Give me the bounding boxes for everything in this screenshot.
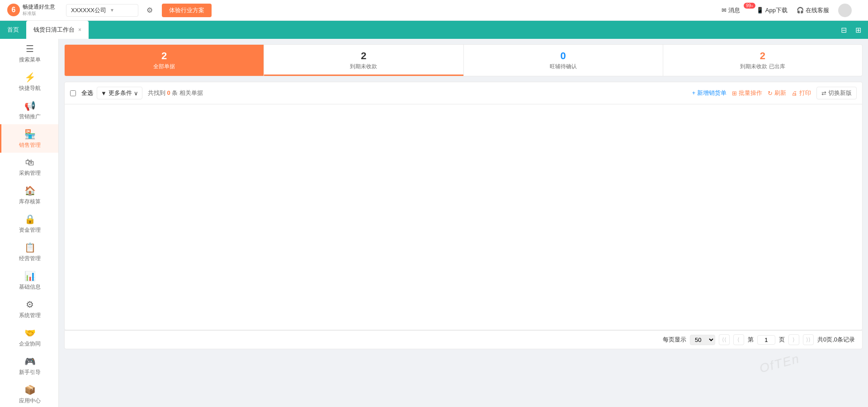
- online-service-button[interactable]: 🎧 在线客服: [797, 6, 829, 14]
- filter-dropdown-icon: ∨: [134, 90, 138, 97]
- found-text: 共找到 0 条 相关单据: [148, 89, 203, 97]
- company-dropdown-icon: ▼: [110, 8, 114, 13]
- page-next-button[interactable]: ⟩: [788, 334, 799, 345]
- stats-label-pending: 旺辅待确认: [550, 63, 577, 70]
- page-unit: 页: [779, 336, 785, 344]
- select-all-checkbox[interactable]: [70, 90, 76, 96]
- top-header: 6 畅捷通好生意 标准版 XXXXXX公司 ▼ ⚙ 体验行业方案 ✉ 消息 99…: [0, 0, 868, 21]
- sidebar-item-sales[interactable]: 🏪 销售管理: [0, 124, 58, 153]
- sidebar-item-search-menu[interactable]: ☰ 搜索菜单: [0, 39, 58, 67]
- system-icon: ⚙: [26, 299, 34, 310]
- stats-num-overdue-shipped: 2: [760, 50, 765, 62]
- purchase-icon: 🛍: [25, 157, 34, 168]
- company-selector[interactable]: XXXXXX公司 ▼: [66, 4, 138, 17]
- marketing-icon: 📢: [24, 100, 36, 111]
- sidebar-label-sales: 销售管理: [19, 141, 41, 149]
- sidebar-label-inventory: 库存核算: [19, 198, 41, 206]
- stats-tab-all[interactable]: 2 全部单据: [65, 45, 264, 76]
- home-tab-label: 首页: [7, 26, 19, 34]
- sidebar-item-app-center[interactable]: 📦 应用中心: [0, 380, 58, 407]
- print-icon: 🖨: [792, 90, 797, 97]
- found-num: 0: [167, 89, 170, 96]
- tab-bar-right: ⊟ ⊞: [838, 24, 868, 35]
- tab-minimize-button[interactable]: ⊟: [838, 24, 849, 35]
- main-layout: ☰ 搜索菜单 ⚡ 快捷导航 📢 营销推广 🏪 销售管理 🛍 采购管理 🏠 库存核…: [0, 39, 868, 407]
- sidebar-item-guide[interactable]: 🎮 新手引导: [0, 351, 58, 380]
- sidebar-item-cooperation[interactable]: 🤝 企业协同: [0, 323, 58, 351]
- empty-placeholder: [65, 104, 862, 308]
- work-station-tab-label: 钱货日清工作台: [33, 26, 75, 34]
- stats-label-all: 全部单据: [153, 63, 175, 70]
- tab-work-station[interactable]: 钱货日清工作台 ×: [26, 21, 89, 39]
- pagination: 每页显示 20 50 100 ⟨⟨ ⟨ 第 页 ⟩ ⟩⟩ 共0页,0条记录: [64, 330, 863, 349]
- sidebar: ☰ 搜索菜单 ⚡ 快捷导航 📢 营销推广 🏪 销售管理 🛍 采购管理 🏠 库存核…: [0, 39, 59, 407]
- stats-num-pending: 0: [561, 50, 566, 62]
- content-area: 2 全部单据 2 到期未收款 0 旺辅待确认 2 到期未收款 已出库 全选 ▼: [59, 39, 868, 407]
- phone-icon: 📱: [756, 7, 764, 14]
- settings-button[interactable]: ⚙: [143, 4, 156, 17]
- guide-icon: 🎮: [24, 356, 36, 367]
- page-number-input[interactable]: [757, 335, 775, 345]
- page-size-select[interactable]: 20 50 100: [690, 335, 715, 345]
- page-label: 第: [748, 336, 754, 344]
- switch-version-button[interactable]: ⇄ 切换新版: [816, 87, 857, 99]
- stats-tab-overdue-shipped[interactable]: 2 到期未收款 已出库: [663, 45, 862, 76]
- stats-tabs: 2 全部单据 2 到期未收款 0 旺辅待确认 2 到期未收款 已出库: [64, 44, 863, 76]
- quick-nav-icon: ⚡: [24, 72, 36, 83]
- experience-button[interactable]: 体验行业方案: [162, 4, 212, 17]
- message-icon: ✉: [722, 7, 726, 14]
- filter-icon: ▼: [101, 90, 107, 97]
- sidebar-label-operation: 经营管理: [19, 255, 41, 262]
- page-size-label: 每页显示: [663, 336, 686, 344]
- sidebar-item-inventory[interactable]: 🏠 库存核算: [0, 181, 58, 209]
- stats-num-all: 2: [161, 50, 167, 62]
- page-last-button[interactable]: ⟩⟩: [803, 334, 814, 345]
- switch-icon: ⇄: [821, 90, 826, 97]
- page-prev-button[interactable]: ⟨: [733, 334, 744, 345]
- sidebar-label-basic-info: 基础信息: [19, 283, 41, 291]
- stats-tab-pending[interactable]: 0 旺辅待确认: [464, 45, 663, 76]
- sidebar-item-basic-info[interactable]: 📊 基础信息: [0, 266, 58, 295]
- sidebar-item-finance[interactable]: 🔒 资金管理: [0, 209, 58, 238]
- refresh-button[interactable]: ↻ 刷新: [768, 89, 786, 97]
- stats-num-overdue: 2: [361, 50, 366, 62]
- sidebar-item-purchase[interactable]: 🛍 采购管理: [0, 153, 58, 181]
- sidebar-label-search-menu: 搜索菜单: [19, 56, 41, 64]
- search-menu-icon: ☰: [26, 43, 34, 54]
- header-right: ✉ 消息 99+ 📱 App下载 🎧 在线客服: [722, 4, 861, 17]
- headset-icon: 🎧: [797, 7, 804, 14]
- tab-bar: 首页 钱货日清工作台 × ⊟ ⊞: [0, 21, 868, 39]
- sidebar-item-quick-nav[interactable]: ⚡ 快捷导航: [0, 67, 58, 96]
- cooperation-icon: 🤝: [24, 327, 36, 338]
- toolbar-right: + 新增销货单 ⊞ 批量操作 ↻ 刷新 🖨 打印 ⇄ 切换新版: [692, 87, 857, 99]
- basic-info-icon: 📊: [24, 271, 36, 281]
- sidebar-item-system[interactable]: ⚙ 系统管理: [0, 295, 58, 323]
- sidebar-item-marketing[interactable]: 📢 营销推广: [0, 96, 58, 124]
- app-subtitle: 标准版: [23, 10, 55, 17]
- sales-icon: 🏪: [24, 129, 36, 140]
- tab-home[interactable]: 首页: [0, 21, 26, 39]
- refresh-icon: ↻: [768, 90, 773, 97]
- message-label: 消息: [728, 6, 740, 14]
- add-sales-order-button[interactable]: + 新增销货单: [692, 89, 726, 97]
- toolbar: 全选 ▼ 更多条件 ∨ 共找到 0 条 相关单据 + 新增销货单 ⊞ 批量操作 …: [64, 82, 863, 104]
- app-center-icon: 📦: [24, 384, 36, 395]
- print-button[interactable]: 🖨 打印: [792, 89, 811, 97]
- stats-label-overdue: 到期未收款: [350, 63, 377, 70]
- filter-button[interactable]: ▼ 更多条件 ∨: [97, 87, 142, 99]
- message-button[interactable]: ✉ 消息 99+: [722, 6, 747, 14]
- app-download-button[interactable]: 📱 App下载: [756, 6, 788, 14]
- page-first-button[interactable]: ⟨⟨: [719, 334, 730, 345]
- sidebar-item-operation[interactable]: 📋 经营管理: [0, 238, 58, 266]
- sidebar-label-marketing: 营销推广: [19, 113, 41, 121]
- filter-label: 更多条件: [108, 89, 132, 97]
- total-records-text: 共0页,0条记录: [817, 336, 855, 344]
- company-name: XXXXXX公司: [71, 6, 106, 14]
- batch-operation-button[interactable]: ⊞ 批量操作: [732, 89, 762, 97]
- tab-maximize-button[interactable]: ⊞: [853, 24, 863, 35]
- tab-close-icon[interactable]: ×: [78, 27, 81, 33]
- stats-tab-overdue[interactable]: 2 到期未收款: [264, 45, 463, 76]
- sidebar-label-cooperation: 企业协同: [19, 340, 41, 348]
- avatar[interactable]: [838, 4, 852, 17]
- inventory-icon: 🏠: [24, 185, 36, 196]
